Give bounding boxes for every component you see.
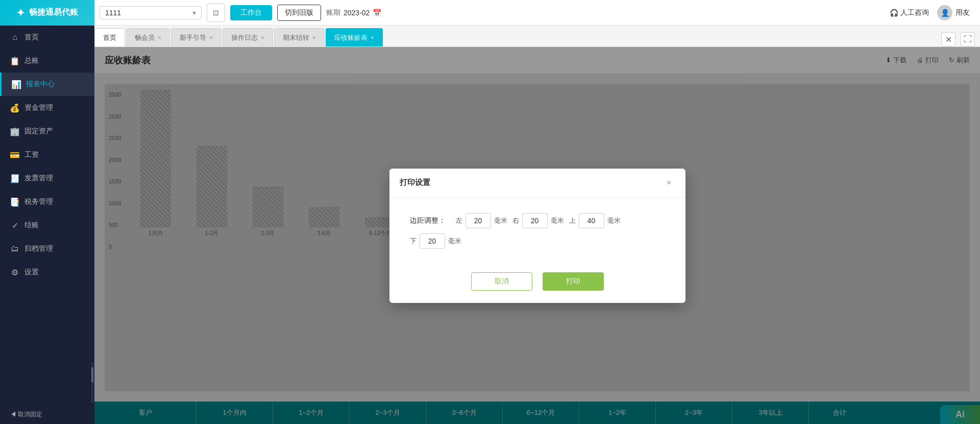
top-margin-input[interactable] <box>579 213 604 228</box>
tab-home[interactable]: 首页 <box>94 28 125 46</box>
sidebar-item-settings[interactable]: ⚙ 设置 <box>0 261 94 284</box>
sidebar-item-reports[interactable]: 📊 报表中心 <box>0 73 94 96</box>
invoice-icon: 🧾 <box>10 174 19 183</box>
tab-guide[interactable]: 新手引导 × <box>171 28 222 46</box>
right-margin-group: 右 毫米 <box>512 213 564 228</box>
bottom-label: 下 <box>410 237 416 246</box>
left-margin-group: 左 毫米 <box>456 213 507 228</box>
switch-version-button[interactable]: 切到旧版 <box>277 5 321 21</box>
tab-bar: 首页 畅会员 × 新手引导 × 操作日志 × 期末结转 × 应收账龄表 × <box>94 26 980 47</box>
sidebar-label-tax: 税务管理 <box>24 197 53 206</box>
maximize-button[interactable]: ⛶ <box>961 32 975 46</box>
sidebar: ⌂ 首页 📋 总账 📊 报表中心 💰 资金管理 🏢 固定资产 💳 工资 🧾 发票… <box>0 26 94 424</box>
bottom-margin-input[interactable] <box>420 233 445 249</box>
headset-icon: 🎧 <box>890 9 898 17</box>
print-settings-dialog: 打印设置 × 边距调整： 左 毫米 <box>389 169 685 303</box>
tab-receivable[interactable]: 应收账龄表 × <box>326 28 383 46</box>
top-unit: 毫米 <box>607 216 621 225</box>
right-margin-input[interactable] <box>522 213 548 228</box>
ledger-icon: 📋 <box>10 56 19 65</box>
settings-icon: ⚙ <box>10 268 19 277</box>
period-value: 2023-02 <box>344 9 370 17</box>
modal-header: 打印设置 × <box>389 169 685 198</box>
tab-member[interactable]: 畅会员 × <box>126 28 170 46</box>
top-label: 上 <box>569 216 576 225</box>
sidebar-item-settle[interactable]: ✓ 结账 <box>0 214 94 237</box>
settle-icon: ✓ <box>10 221 19 230</box>
right-unit: 毫米 <box>551 216 564 225</box>
inner-page: 应收账龄表 ⬇ 下载 🖨 打印 ↻ 刷新 <box>94 47 980 424</box>
period-label: 账期 <box>326 8 340 17</box>
support-link[interactable]: 🎧 人工咨询 <box>890 8 929 17</box>
archive-icon: 🗂 <box>10 244 19 253</box>
close-window-button[interactable]: ✕ <box>941 32 955 46</box>
margin-row: 边距调整： 左 毫米 右 毫米 <box>410 213 665 249</box>
sidebar-label-settle: 结账 <box>24 221 39 230</box>
dropdown-arrow-icon: ▾ <box>192 9 196 17</box>
sidebar-label-ledger: 总账 <box>24 56 39 65</box>
user-area[interactable]: 👤 用友 <box>937 5 970 20</box>
page-content: 应收账龄表 ⬇ 下载 🖨 打印 ↻ 刷新 <box>94 47 980 424</box>
top-header: ✦ 畅捷通易代账 1111 ▾ ⊡ 工作台 切到旧版 账期 2023-02 📅 … <box>0 0 980 26</box>
tab-period-end[interactable]: 期末结转 × <box>274 28 325 46</box>
tab-receivable-label: 应收账龄表 <box>334 33 368 42</box>
home-icon: ⌂ <box>10 33 19 42</box>
payroll-icon: 💳 <box>10 150 19 159</box>
logo: ✦ 畅捷通易代账 <box>0 0 94 26</box>
modal-backdrop: 打印设置 × 边距调整： 左 毫米 <box>94 47 980 424</box>
tab-oplog[interactable]: 操作日志 × <box>223 28 273 46</box>
company-name: 1111 <box>105 9 190 17</box>
right-label: 右 <box>512 216 519 225</box>
sidebar-label-funds: 资金管理 <box>24 103 53 112</box>
calendar-icon[interactable]: 📅 <box>373 9 381 17</box>
header-actions: 🎧 人工咨询 👤 用友 <box>890 5 970 20</box>
cancel-button[interactable]: 取消 <box>471 272 532 291</box>
sidebar-item-home[interactable]: ⌂ 首页 <box>0 26 94 49</box>
tab-receivable-close[interactable]: × <box>371 34 374 41</box>
tab-home-label: 首页 <box>103 33 116 42</box>
sidebar-item-invoice[interactable]: 🧾 发票管理 <box>0 167 94 190</box>
sidebar-item-ledger[interactable]: 📋 总账 <box>0 49 94 73</box>
workspace-button[interactable]: 工作台 <box>230 5 272 20</box>
left-margin-input[interactable] <box>465 213 491 228</box>
left-label: 左 <box>456 216 462 225</box>
user-icon: 👤 <box>941 9 949 17</box>
assets-icon: 🏢 <box>10 127 19 136</box>
tab-guide-close[interactable]: × <box>209 34 213 41</box>
sidebar-label-reports: 报表中心 <box>26 80 55 89</box>
tab-member-close[interactable]: × <box>158 34 161 41</box>
margin-label: 边距调整： <box>410 216 446 225</box>
sidebar-label-assets: 固定资产 <box>24 127 53 136</box>
modal-title: 打印设置 <box>400 178 663 187</box>
sidebar-item-funds[interactable]: 💰 资金管理 <box>0 96 94 120</box>
confirm-print-button[interactable]: 打印 <box>543 272 604 291</box>
sidebar-item-tax[interactable]: 📑 税务管理 <box>0 190 94 214</box>
sidebar-collapse-button[interactable]: ◀ 取消固定 <box>0 405 94 424</box>
modal-close-button[interactable]: × <box>663 177 675 189</box>
reports-icon: 📊 <box>12 80 21 89</box>
bottom-margin-group: 下 毫米 <box>410 233 461 249</box>
company-selector[interactable]: 1111 ▾ <box>100 6 202 19</box>
period-area: 账期 2023-02 📅 <box>326 8 381 17</box>
tab-period-end-close[interactable]: × <box>312 34 316 41</box>
user-name: 用友 <box>955 8 970 17</box>
sidebar-item-payroll[interactable]: 💳 工资 <box>0 143 94 167</box>
tab-period-end-label: 期末结转 <box>283 33 309 42</box>
funds-icon: 💰 <box>10 103 19 112</box>
sidebar-label-payroll: 工资 <box>24 150 39 159</box>
content-area: 首页 畅会员 × 新手引导 × 操作日志 × 期末结转 × 应收账龄表 × <box>94 26 980 424</box>
sidebar-label-settings: 设置 <box>24 268 39 277</box>
tab-bar-actions: ✕ ⛶ <box>941 32 980 46</box>
sidebar-item-assets[interactable]: 🏢 固定资产 <box>0 120 94 143</box>
top-margin-group: 上 毫米 <box>569 213 621 228</box>
logo-icon: ✦ <box>16 7 25 19</box>
modal-footer: 取消 打印 <box>389 264 685 303</box>
tab-member-label: 畅会员 <box>135 33 155 42</box>
sidebar-label-home: 首页 <box>24 33 39 42</box>
support-label: 人工咨询 <box>900 8 929 17</box>
copy-button[interactable]: ⊡ <box>207 4 225 22</box>
sidebar-item-archive[interactable]: 🗂 归档管理 <box>0 237 94 261</box>
modal-body: 边距调整： 左 毫米 右 毫米 <box>389 198 685 264</box>
left-unit: 毫米 <box>494 216 507 225</box>
tab-oplog-close[interactable]: × <box>261 34 264 41</box>
